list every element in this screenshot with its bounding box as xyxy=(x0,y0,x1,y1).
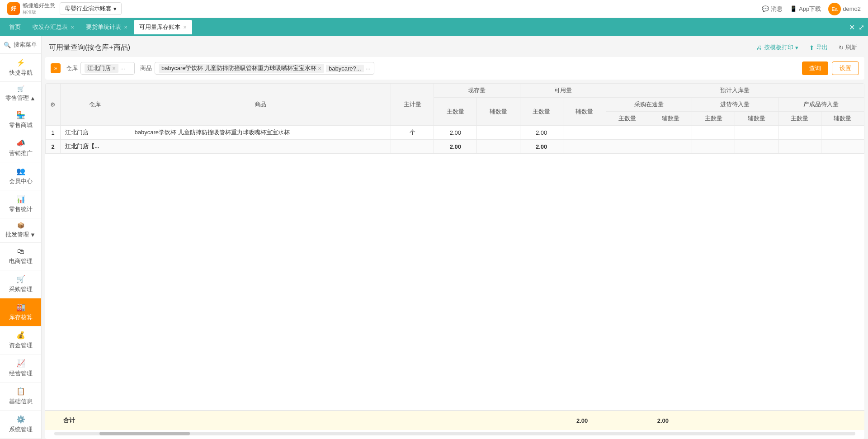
cell-index-1: 1 xyxy=(46,126,61,140)
cell-stock-aux-1 xyxy=(477,126,520,140)
cell-stock-main-2: 2.00 xyxy=(434,140,477,154)
product-filter-value[interactable]: babycare学饮杯 儿童防摔防撞吸管杯重力球吸嘴杯宝宝水杯 ✕ babyca… xyxy=(155,62,374,75)
sidebar-item-ecommerce[interactable]: 🛍 电商管理 xyxy=(0,243,41,270)
filter-bar: » 仓库 江北门店 ✕ ··· 商品 babycare学饮杯 儿童防摔防撞吸管杯… xyxy=(45,57,864,80)
purchase-icon: 🛒 xyxy=(16,275,25,283)
query-btn[interactable]: 查询 xyxy=(802,61,828,75)
sidebar-search-btn[interactable]: 🔍 搜索菜单 xyxy=(0,36,41,54)
tab-order-stats[interactable]: 要货单统计表 ✕ xyxy=(80,20,133,34)
filter-expand-btn[interactable]: » xyxy=(51,63,61,73)
th-available-main: 主数量 xyxy=(520,98,563,126)
data-table: ⚙ 仓库 商品 主计量 现存量 可用量 预计入库量 主数量 辅数量 xyxy=(45,83,864,154)
sidebar-item-retail-mall[interactable]: 🏪 零售商城 xyxy=(0,106,41,134)
sidebar-member-label: 会员中心 xyxy=(9,177,33,185)
tab-close-all-icon[interactable]: ✕ xyxy=(849,23,855,32)
th-inbound-pending: 进货待入量 xyxy=(692,98,778,112)
logo-area: 好 畅捷通好生意 标准版 xyxy=(7,2,55,15)
tab-available-ledger-close[interactable]: ✕ xyxy=(183,25,187,30)
product-tag1-close[interactable]: ✕ xyxy=(318,66,321,71)
product-filter-tag2: babycare?... xyxy=(326,65,364,72)
industry-selector[interactable]: 母婴行业演示账套 ▾ xyxy=(60,2,122,15)
cell-purchase-main-2 xyxy=(606,140,649,154)
sidebar-system-label: 系统管理 xyxy=(9,425,33,434)
logo-text-area: 畅捷通好生意 标准版 xyxy=(23,2,55,15)
cell-inbound-aux-1 xyxy=(735,126,778,140)
wholesale-label: 批发管理 xyxy=(5,231,29,239)
tab-home[interactable]: 首页 xyxy=(4,20,26,34)
sidebar-finance-label: 资金管理 xyxy=(9,341,33,349)
product-filter-dots[interactable]: ··· xyxy=(366,65,371,72)
table-row: 1 江北门店 babycare学饮杯 儿童防摔防撞吸管杯重力球吸嘴杯宝宝水杯 个… xyxy=(46,126,864,140)
refresh-label: 刷新 xyxy=(845,43,857,52)
sidebar-item-member[interactable]: 👥 会员中心 xyxy=(0,162,41,190)
warehouse-filter-dots[interactable]: ··· xyxy=(120,65,125,72)
user-area[interactable]: Ea demo2 xyxy=(828,3,861,15)
sidebar-item-quick-nav[interactable]: ⚡ 快捷导航 xyxy=(0,54,41,82)
sidebar-item-finance[interactable]: 💰 资金管理 xyxy=(0,326,41,354)
marketing-icon: 📣 xyxy=(16,139,25,147)
sidebar-item-operations[interactable]: 📈 经营管理 xyxy=(0,354,41,382)
sidebar-operations-label: 经营管理 xyxy=(9,369,33,378)
print-btn[interactable]: 🖨 按模板打印 ▾ xyxy=(753,42,802,53)
cell-finished-aux-1 xyxy=(821,126,864,140)
footer-avail-aux xyxy=(691,414,716,427)
download-btn[interactable]: 📱 App下载 xyxy=(790,5,821,13)
tab-receive-summary[interactable]: 收发存汇总表 ✕ xyxy=(27,20,80,34)
refresh-icon: ↻ xyxy=(839,44,844,51)
avatar: Ea xyxy=(828,3,841,15)
tab-available-ledger[interactable]: 可用量库存账本 ✕ xyxy=(134,20,192,34)
tab-receive-summary-close[interactable]: ✕ xyxy=(71,25,74,30)
cell-product-1: babycare学饮杯 儿童防摔防撞吸管杯重力球吸嘴杯宝宝水杯 xyxy=(130,126,391,140)
sidebar-inventory-label: 库存核算 xyxy=(9,313,33,321)
table-wrapper[interactable]: ⚙ 仓库 商品 主计量 现存量 可用量 预计入库量 主数量 辅数量 xyxy=(45,83,864,410)
retail-mgmt-label: 零售管理 xyxy=(5,94,29,102)
sidebar-item-basic[interactable]: 📋 基础信息 xyxy=(0,382,41,411)
warehouse-filter-field: 仓库 江北门店 ✕ ··· xyxy=(66,62,135,75)
message-btn[interactable]: 💬 消息 xyxy=(762,5,783,13)
export-label: 导出 xyxy=(816,43,828,52)
search-icon: 🔍 xyxy=(4,42,11,48)
basic-icon: 📋 xyxy=(16,387,25,396)
scroll-thumb[interactable] xyxy=(99,432,190,435)
th-warehouse: 仓库 xyxy=(61,84,130,126)
sidebar-item-retail-mgmt[interactable]: 🛒 零售管理 ▲ xyxy=(0,82,41,106)
sidebar-basic-label: 基础信息 xyxy=(9,397,33,406)
retail-mgmt-arrow: ▲ xyxy=(30,95,36,102)
system-icon: ⚙️ xyxy=(16,415,25,424)
footer-p6 xyxy=(840,414,864,427)
th-current-stock: 现存量 xyxy=(434,84,520,98)
scroll-track[interactable] xyxy=(54,432,855,435)
warehouse-filter-value[interactable]: 江北门店 ✕ ··· xyxy=(80,62,135,75)
warehouse-filter-label: 仓库 xyxy=(66,64,78,72)
message-icon: 💬 xyxy=(762,5,769,12)
export-btn[interactable]: ⬆ 导出 xyxy=(806,42,831,53)
logo-text: 畅捷通好生意 xyxy=(23,2,55,9)
footer-p4 xyxy=(790,414,815,427)
cell-purchase-main-1 xyxy=(606,126,649,140)
tab-fullscreen-icon[interactable]: ⤢ xyxy=(859,23,864,32)
tab-order-stats-close[interactable]: ✕ xyxy=(124,25,127,30)
footer-empty-3 xyxy=(529,414,554,427)
warehouse-tag-close[interactable]: ✕ xyxy=(112,66,116,71)
sidebar-item-inventory[interactable]: 🏭 库存核算 xyxy=(0,298,41,326)
sidebar-item-wholesale[interactable]: 📦 批发管理 ▼ xyxy=(0,218,41,243)
cell-index-2: 2 xyxy=(46,140,61,154)
settings-btn[interactable]: 设置 xyxy=(832,61,859,75)
tab-receive-summary-label: 收发存汇总表 xyxy=(33,23,68,31)
download-icon: 📱 xyxy=(790,5,797,12)
settings-gear-icon[interactable]: ⚙ xyxy=(50,101,56,108)
tab-bar-right: ✕ ⤢ xyxy=(849,23,864,32)
sidebar-item-marketing[interactable]: 📣 营销推广 xyxy=(0,134,41,162)
top-bar: 好 畅捷通好生意 标准版 母婴行业演示账套 ▾ 💬 消息 📱 App下载 Ea … xyxy=(0,0,868,18)
refresh-btn[interactable]: ↻ 刷新 xyxy=(835,42,861,53)
product-filter-tag1: babycare学饮杯 儿童防摔防撞吸管杯重力球吸嘴杯宝宝水杯 ✕ xyxy=(159,64,324,73)
cell-inbound-main-2 xyxy=(692,140,735,154)
member-icon: 👥 xyxy=(16,167,25,175)
footer-total-bar: 合计 2.00 2.00 xyxy=(45,410,864,430)
sidebar-item-system[interactable]: ⚙️ 系统管理 xyxy=(0,411,41,439)
th-purchase-main: 主数量 xyxy=(606,112,649,126)
sidebar-item-purchase[interactable]: 🛒 采购管理 xyxy=(0,270,41,298)
th-available: 可用量 xyxy=(520,84,606,98)
sidebar-item-retail-stats[interactable]: 📊 零售统计 xyxy=(0,190,41,218)
footer-empty-1 xyxy=(45,414,59,427)
